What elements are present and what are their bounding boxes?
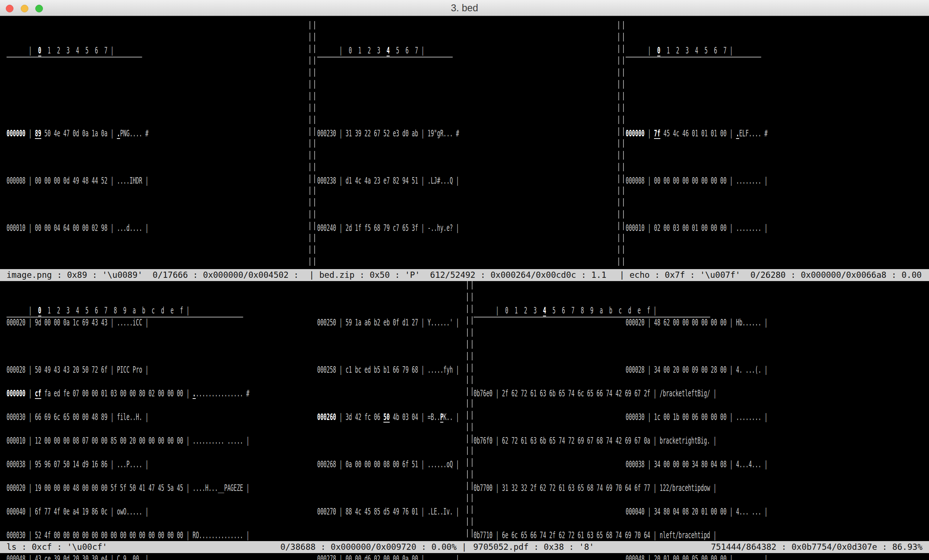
column-separator: | — [336, 176, 346, 186]
column-separator: | — [492, 483, 502, 493]
row-address: 0b7700 — [474, 483, 492, 493]
hex-row[interactable]: 000020 | 19 00 00 00 48 00 00 00 5f 5f 5… — [6, 482, 250, 494]
row-address: 0b76f0 — [474, 436, 492, 446]
scrollbar-char: # — [246, 389, 250, 399]
column-separator: | — [336, 223, 346, 233]
hex-bytes: 52 4f 00 00 00 00 00 00 00 00 00 00 00 0… — [35, 530, 183, 540]
hex-row[interactable]: 0b7700 | 31 32 32 2f 62 72 61 63 65 68 7… — [474, 482, 717, 494]
scrollbar-char: # — [456, 129, 459, 139]
column-separator: | — [727, 459, 736, 470]
hex-row[interactable]: 000278 | 00 00 d6 02 00 00 0a 00 | .....… — [317, 553, 459, 560]
hex-row[interactable]: 000000 | cf fa ed fe 07 00 00 01 03 00 0… — [6, 388, 250, 399]
hex-row[interactable]: 000008 | 00 00 00 00 00 00 00 00 | .....… — [625, 175, 768, 187]
row-address: 0b7710 — [474, 530, 492, 540]
cursor-byte: 89 — [35, 129, 41, 139]
column-separator: | — [727, 412, 736, 422]
ascii-text: ...d.... — [117, 223, 142, 233]
hex-row[interactable]: 000008 | 00 00 00 0d 49 48 44 52 | ....I… — [6, 175, 149, 187]
column-separator: | — [727, 223, 736, 233]
column-separator: | — [650, 483, 660, 493]
hex-row[interactable]: 000030 | 52 4f 00 00 00 00 00 00 00 00 0… — [6, 529, 250, 542]
column-separator: | — [183, 436, 193, 446]
hex-row[interactable]: 000250 | 59 1a a6 b2 eb 0f d1 27 | Y....… — [317, 317, 459, 329]
hex-bytes: 02 00 03 00 01 00 00 00 — [654, 223, 727, 233]
column-separator: | — [183, 483, 193, 493]
pane-bed-zip[interactable]: | 0 1 2 3 4 5 6 7 | 000230 | 31 39 22 67… — [317, 21, 459, 560]
row-address: 000010 — [6, 436, 26, 446]
column-separator: | — [26, 129, 35, 139]
ascii-text: Y......' — [428, 317, 452, 327]
cursor-ascii: . — [117, 129, 120, 139]
column-separator: | — [650, 436, 660, 446]
hex-bytes: 6e 6c 65 66 74 2f 62 72 61 63 65 68 74 6… — [502, 530, 650, 540]
column-separator: | — [183, 530, 193, 540]
pane-separator — [623, 21, 624, 269]
column-separator: | — [418, 412, 428, 422]
hex-header: | 0 1 2 3 4 5 6 7 8 9 a b c d e f | — [474, 305, 717, 317]
ascii-text: bracketrightBig. — [660, 436, 710, 446]
pane-9705052-pdf[interactable]: | 0 1 2 3 4 5 6 7 8 9 a b c d e f | 0b76… — [474, 281, 717, 560]
column-separator: | — [418, 459, 428, 470]
column-separator: | — [418, 554, 428, 560]
column-separator: | — [336, 554, 346, 560]
scrollbar-char: | — [764, 412, 768, 422]
hex-row[interactable]: 000000 | 7f 45 4c 46 01 01 01 00 | .ELF.… — [625, 128, 768, 140]
scrollbar-char: | — [764, 554, 768, 560]
scrollbar-char: | — [713, 530, 717, 540]
window-title: 3. bed — [0, 0, 929, 16]
ascii-text: -..hy.e? — [428, 223, 452, 233]
hex-bytes: 88 4c 45 85 d5 49 76 01 — [346, 506, 418, 517]
ascii-text: .LJ#...Q — [428, 176, 452, 186]
scrollbar-char: | — [456, 506, 459, 517]
status-ls: ls : 0xcf : '\u00cf'0/38688 : 0x000000/0… — [0, 541, 467, 553]
pane-ls[interactable]: | 0 1 2 3 4 5 6 7 8 9 a b c d e f | 0000… — [6, 281, 250, 560]
header-cursor-column: 0 — [38, 306, 41, 316]
hex-row[interactable]: 000270 | 88 4c 45 85 d5 49 76 01 | .LE..… — [317, 506, 459, 518]
column-separator: | — [645, 223, 654, 233]
row-address: 000000 — [6, 129, 26, 139]
hex-row[interactable]: 000240 | 2d 1f f5 68 79 c7 65 3f | -..hy… — [317, 222, 459, 234]
row-address: 000008 — [625, 176, 645, 186]
ascii-text: Hb...... — [736, 317, 761, 327]
column-separator: | — [336, 317, 346, 327]
ascii-text: ........ — [736, 176, 761, 186]
column-separator: | — [492, 389, 502, 399]
scrollbar-char: | — [764, 506, 768, 517]
hex-row[interactable]: 000230 | 31 39 22 67 52 e3 d0 ab | 19"gR… — [317, 128, 459, 140]
hex-bytes: 00 00 d6 02 00 00 0a 00 — [346, 554, 418, 560]
hex-bytes: 2d 1f f5 68 79 c7 65 3f — [346, 223, 418, 233]
scrollbar-char: | — [145, 176, 149, 186]
row-address: 000010 — [6, 223, 26, 233]
column-separator: | — [26, 436, 35, 446]
hex-row[interactable]: 000010 | 00 00 04 64 00 00 02 98 | ...d.… — [6, 222, 149, 234]
scrollbar-char: | — [764, 176, 768, 186]
hex-row[interactable]: 0b76e0 | 2f 62 72 61 63 6b 65 74 6c 65 6… — [474, 388, 717, 399]
hex-bytes: 31 32 32 2f 62 72 61 63 65 68 74 69 70 6… — [502, 483, 650, 493]
hex-row[interactable]: 000258 | c1 bc ed b5 b1 66 79 68 | .....… — [317, 364, 459, 376]
ascii-text: =B.. — [428, 412, 440, 422]
column-separator: | — [107, 129, 117, 139]
row-address: 000278 — [317, 554, 336, 560]
pane-separator — [314, 21, 315, 269]
cursor-byte: cf — [35, 389, 41, 399]
hex-row[interactable]: 0b76f0 | 62 72 61 63 6b 65 74 72 69 67 6… — [474, 435, 717, 447]
hex-bytes: fa ed fe 07 00 00 01 03 00 00 80 02 00 0… — [41, 389, 183, 399]
scrollbar-char: | — [246, 436, 250, 446]
hex-row[interactable]: 0b7710 | 6e 6c 65 66 74 2f 62 72 61 63 6… — [474, 529, 717, 542]
scrollbar-char: | — [456, 365, 459, 375]
ascii-text: .......... ..... — [193, 436, 243, 446]
hex-row[interactable]: 000260 | 3d 42 fc 06 50 4b 03 04 | =B..P… — [317, 411, 459, 423]
cursor-byte: 50 — [383, 412, 389, 422]
hex-row[interactable]: 000268 | 0a 00 00 00 08 00 6f 51 | .....… — [317, 459, 459, 471]
hex-row[interactable]: 000010 | 12 00 00 00 08 07 00 00 85 00 2… — [6, 435, 250, 447]
scrollbar-char: | — [145, 223, 149, 233]
hex-row[interactable]: 000238 | d1 4c 4a 23 e7 82 94 51 | .LJ#.… — [317, 175, 459, 187]
ascii-text: ............... — [196, 389, 243, 399]
hex-row[interactable]: 000000 | 89 50 4e 47 0d 0a 1a 0a | .PNG.… — [6, 128, 149, 140]
hex-rows: 000000 | cf fa ed fe 07 00 00 01 03 00 0… — [6, 340, 250, 560]
header-cursor-column: 0 — [657, 46, 661, 57]
row-address: 000020 — [6, 483, 26, 493]
hex-bytes: 31 39 22 67 52 e3 d0 ab — [346, 129, 418, 139]
hex-bytes: 00 00 00 00 00 00 00 00 — [654, 176, 727, 186]
hex-row[interactable]: 000010 | 02 00 03 00 01 00 00 00 | .....… — [625, 222, 768, 234]
